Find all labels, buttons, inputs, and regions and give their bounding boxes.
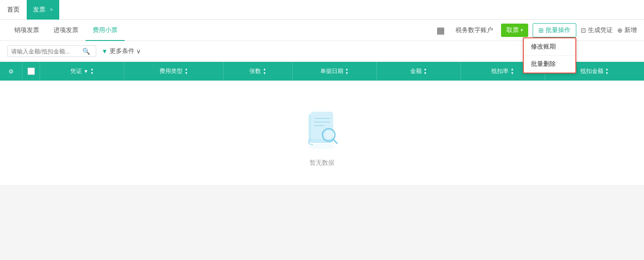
th-deduct-rate-sort[interactable]: ▲▼ [510, 68, 514, 75]
add-icon: ⊕ [617, 27, 623, 34]
th-count-sort[interactable]: ▲▼ [263, 68, 266, 75]
th-check[interactable] [22, 62, 40, 81]
batch-op-wrap: ⊞ 批量操作 修改账期 批量删除 [533, 23, 576, 37]
add-label: 新增 [624, 26, 637, 34]
th-expense-type: 费用类型 ▲▼ [124, 62, 224, 81]
settings-icon: ⚙ [8, 68, 14, 75]
batch-op-label: 批量操作 [546, 26, 571, 34]
table-area: ⚙ 凭证 ▼ ▲▼ 费用类型 ▲▼ 张数 ▲▼ 单据日期 ▲▼ 金额 ▲▼ 抵扣… [0, 62, 644, 185]
th-deduct-amount-sort[interactable]: ▲▼ [605, 68, 609, 75]
gen-voucher-label: 生成凭证 [588, 26, 613, 34]
th-amount: 金额 ▲▼ [377, 62, 461, 81]
th-count-label: 张数 [249, 67, 261, 75]
search-icon: 🔍 [82, 48, 90, 55]
add-button[interactable]: ⊕ 新增 [617, 26, 637, 34]
nav-tab-label: 发票 [33, 6, 45, 14]
nav-tab-invoice[interactable]: 发票 × [27, 0, 59, 20]
th-deduct-rate-label: 抵扣率 [491, 67, 509, 75]
batch-op-button[interactable]: ⊞ 批量操作 [533, 23, 576, 37]
tab-sales-invoice[interactable]: 销项发票 [7, 20, 46, 41]
th-date-label: 单据日期 [320, 67, 343, 75]
header-checkbox[interactable] [28, 68, 35, 75]
more-conditions-arrow-icon: ∨ [136, 48, 141, 55]
more-conditions-button[interactable]: ▼ 更多条件 ∨ [102, 47, 141, 55]
close-tab-icon[interactable]: × [50, 7, 53, 13]
gen-voucher-button[interactable]: ⊡ 生成凭证 [581, 26, 613, 34]
th-voucher: 凭证 ▼ ▲▼ [40, 62, 124, 81]
svg-point-7 [325, 131, 333, 139]
th-voucher-label: 凭证 [70, 67, 82, 75]
th-expense-type-label: 费用类型 [159, 67, 183, 75]
top-nav: 首页 发票 × [0, 0, 644, 20]
th-deduct-amount-label: 抵扣金额 [580, 67, 603, 75]
th-expense-type-sort[interactable]: ▲▼ [184, 68, 188, 75]
search-input-wrap: 🔍 [7, 45, 96, 57]
take-ticket-arrow-icon: ▾ [521, 28, 523, 32]
tab-expense-ticket[interactable]: 费用小票 [86, 20, 125, 41]
nav-home[interactable]: 首页 [0, 6, 27, 14]
take-ticket-button[interactable]: 取票 ▾ [501, 24, 528, 37]
batch-op-dropdown: 修改账期 批量删除 [523, 37, 576, 73]
th-settings[interactable]: ⚙ [0, 62, 22, 81]
th-date: 单据日期 ▲▼ [293, 62, 377, 81]
take-ticket-label: 取票 [506, 26, 519, 34]
dropdown-item-change-period[interactable]: 修改账期 [524, 38, 575, 55]
toolbar: ▦ 税务数字账户 取票 ▾ ⊞ 批量操作 修改账期 批量删除 ⊡ 生成凭证 ⊕ … [433, 23, 637, 37]
filter-icon: ▼ [102, 48, 108, 55]
batch-op-icon: ⊞ [538, 27, 544, 34]
sub-nav: 销项发票 进项发票 费用小票 ▦ 税务数字账户 取票 ▾ ⊞ 批量操作 修改账期… [0, 20, 644, 41]
gen-voucher-icon: ⊡ [581, 27, 586, 34]
search-input[interactable] [11, 48, 82, 55]
more-conditions-label: 更多条件 [110, 47, 135, 55]
empty-icon [300, 107, 344, 152]
th-amount-label: 金额 [410, 67, 422, 75]
th-voucher-sort[interactable]: ▲▼ [90, 68, 94, 75]
th-count: 张数 ▲▼ [224, 62, 293, 81]
empty-state: 暂无数据 [0, 81, 644, 185]
tab-input-invoice[interactable]: 进项发票 [46, 20, 86, 41]
th-amount-sort[interactable]: ▲▼ [424, 68, 427, 75]
svg-line-8 [333, 139, 337, 143]
tax-account-button[interactable]: 税务数字账户 [452, 26, 497, 34]
th-voucher-filter-icon[interactable]: ▼ [84, 69, 89, 74]
sub-nav-tabs: 销项发票 进项发票 费用小票 [7, 20, 125, 41]
dropdown-item-batch-delete[interactable]: 批量删除 [524, 55, 575, 73]
th-date-sort[interactable]: ▲▼ [345, 68, 349, 75]
empty-text: 暂无数据 [310, 159, 334, 167]
qr-code-button[interactable]: ▦ [433, 23, 448, 37]
